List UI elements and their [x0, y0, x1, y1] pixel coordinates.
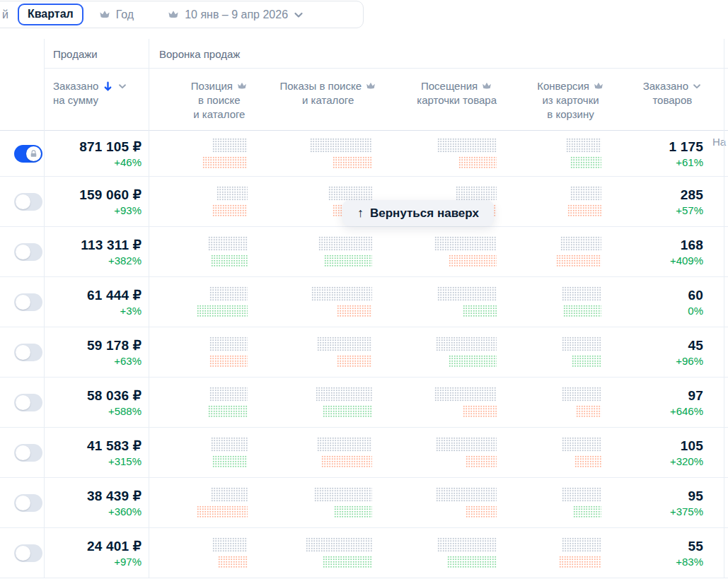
funnel-cell: [253, 528, 386, 578]
ordered-items-delta: +61%: [676, 156, 703, 170]
ordered-sum-delta: +315%: [108, 455, 141, 469]
censored-value-blob: [328, 186, 372, 201]
censored-delta-blob: [212, 455, 248, 468]
ordered-items-value: 45: [688, 337, 703, 354]
funnel-cell: [149, 327, 253, 377]
ordered-sum-delta: +97%: [114, 555, 141, 569]
censored-value-blob: [317, 337, 372, 351]
censored-delta-blob: [559, 556, 601, 568]
header-card-visits[interactable]: Посещения карточки товара: [386, 69, 508, 130]
ordered-items-delta: 0%: [688, 304, 703, 318]
column-header-row: Заказано на сумму Позиция в поиске и кат…: [0, 69, 728, 131]
funnel-cell: [149, 378, 253, 427]
toggle-knob: [16, 395, 30, 410]
toggle-cell: [0, 277, 44, 327]
back-to-top-button[interactable]: ↑ Вернуться наверх: [342, 200, 494, 226]
funnel-cell: [508, 378, 617, 427]
censored-delta-blob: [209, 355, 248, 368]
row-toggle[interactable]: [14, 193, 42, 211]
date-range-picker[interactable]: 10 янв – 9 апр 2026: [167, 8, 304, 21]
ordered-items-cell: 95 +375%: [617, 478, 713, 527]
period-selector-bar: й Квартал Год 10 янв – 9 апр 2026: [0, 1, 364, 28]
funnel-cell: [386, 478, 508, 527]
ordered-sum-value: 38 439 ₽: [87, 487, 141, 505]
chevron-down-icon[interactable]: [692, 81, 702, 91]
ordered-items-cell: 55 +83%: [617, 528, 713, 578]
row-toggle[interactable]: [14, 344, 42, 361]
ordered-items-delta: +646%: [670, 404, 703, 419]
funnel-cell: [508, 277, 617, 327]
censored-delta-blob: [563, 305, 601, 317]
ordered-sum-value: 24 401 ₽: [87, 537, 141, 555]
header-search-impressions[interactable]: Показы в поиске и каталоге: [253, 69, 386, 130]
censored-value-blob: [570, 186, 601, 201]
table-row: 24 401 ₽ +97% 55 +83%: [0, 528, 728, 578]
toggle-knob: [26, 146, 41, 161]
ordered-items-cell: 105 +320%: [617, 428, 713, 477]
funnel-cell: [253, 327, 386, 377]
crown-icon: [167, 8, 180, 21]
ordered-items-delta: +409%: [670, 254, 703, 268]
row-toggle[interactable]: [14, 494, 42, 512]
funnel-cell: [253, 131, 386, 176]
censored-value-blob: [566, 138, 601, 153]
censored-value-blob: [209, 337, 248, 351]
funnel-cell: [508, 428, 617, 477]
ordered-sum-delta: +93%: [114, 204, 141, 218]
period-option-quarter[interactable]: Квартал: [18, 4, 83, 25]
sort-desc-icon[interactable]: [102, 81, 114, 93]
funnel-cell: [508, 177, 617, 226]
ordered-sum-delta: +63%: [114, 354, 141, 368]
censored-value-blob: [208, 236, 248, 251]
row-toggle[interactable]: [14, 293, 42, 311]
censored-delta-blob: [323, 405, 372, 418]
ordered-items-cell: 168 +409%: [617, 227, 713, 276]
funnel-cell: [508, 478, 617, 527]
ordered-sum-cell: 58 036 ₽ +588%: [44, 378, 149, 427]
censored-value-blob: [211, 437, 248, 452]
ordered-items-cell: 60 0%: [617, 277, 713, 327]
chevron-down-icon[interactable]: [117, 81, 127, 91]
ordered-sum-cell: 38 439 ₽ +360%: [44, 478, 149, 527]
divider: [44, 39, 45, 578]
funnel-cell: [149, 478, 253, 527]
ordered-sum-value: 59 178 ₽: [87, 337, 141, 354]
row-toggle[interactable]: [14, 394, 42, 411]
row-toggle[interactable]: [14, 444, 42, 462]
funnel-cell: [386, 428, 508, 477]
toggle-cell: [0, 227, 44, 276]
header-ordered-items[interactable]: Заказано товаров: [617, 69, 713, 130]
censored-value-blob: [562, 387, 601, 402]
period-option-year[interactable]: Год: [98, 8, 134, 21]
censored-value-blob: [562, 437, 601, 452]
header-label: Конверсия: [537, 79, 589, 93]
ordered-sum-cell: 113 311 ₽ +382%: [44, 227, 149, 276]
ordered-items-delta: +83%: [676, 555, 703, 569]
ordered-items-value: 168: [681, 236, 703, 254]
censored-delta-blob: [211, 255, 248, 267]
censored-value-blob: [434, 387, 497, 402]
header-cart-conversion[interactable]: Конверсия из карточки в корзину: [508, 69, 617, 130]
ordered-sum-value: 113 311 ₽: [81, 236, 141, 254]
funnel-cell: [508, 227, 617, 276]
header-label: товаров: [643, 93, 702, 107]
censored-value-blob: [434, 236, 497, 251]
censored-delta-blob: [324, 255, 372, 267]
analytics-table: Продажи Воронка продаж Заказано на сумму…: [0, 39, 728, 578]
crown-icon: [236, 81, 248, 92]
period-option-partial[interactable]: й: [2, 8, 8, 21]
ordered-items-value: 55: [688, 537, 703, 555]
funnel-cell: [508, 131, 617, 176]
header-ordered-sum[interactable]: Заказано на сумму: [44, 69, 149, 130]
ordered-sum-delta: +588%: [108, 404, 141, 419]
row-toggle[interactable]: [14, 145, 42, 163]
table-rows: 871 105 ₽ +46% 1 175 +61%: [0, 131, 728, 578]
header-search-position[interactable]: Позиция в поиске и каталоге: [149, 69, 253, 130]
censored-delta-blob: [337, 305, 372, 317]
row-toggle[interactable]: [14, 544, 42, 562]
censored-value-blob: [311, 286, 372, 301]
ordered-items-cell: 285 +57%: [617, 177, 713, 226]
censored-value-blob: [437, 537, 497, 552]
table-row: 61 444 ₽ +3% 60 0%: [0, 277, 728, 327]
row-toggle[interactable]: [14, 243, 42, 261]
